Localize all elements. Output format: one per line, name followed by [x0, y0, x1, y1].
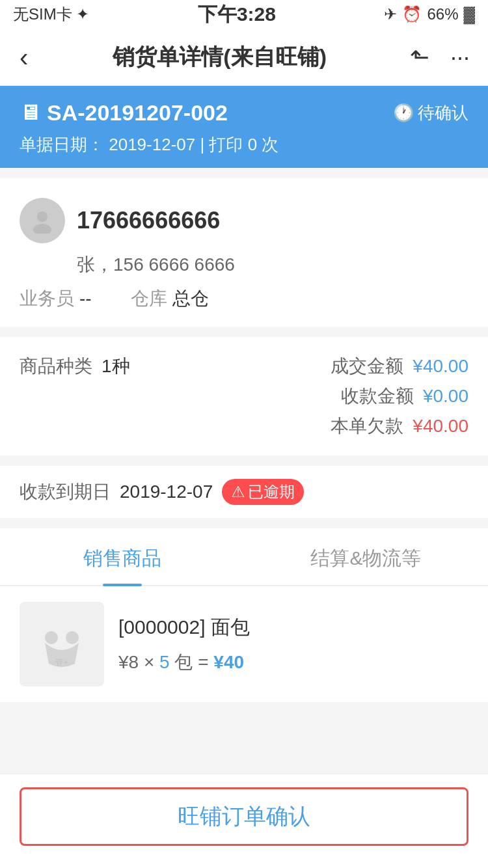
order-id: 🖥 SA-20191207-002	[20, 100, 228, 126]
overdue-badge: ⚠ 已逾期	[222, 479, 304, 505]
summary-right: 成交金额 ¥40.00 收款金额 ¥0.00 本单欠款 ¥40.00	[331, 354, 468, 439]
product-title: 面包	[211, 616, 250, 638]
warehouse-label: 仓库	[131, 286, 167, 311]
page-title: 销货单详情(来自旺铺)	[34, 42, 405, 72]
amount-label-2: 本单欠款	[331, 414, 403, 439]
product-thumbnail: 管+	[20, 602, 104, 686]
tab-sales-products[interactable]: 销售商品	[0, 528, 244, 585]
type-value: 1种	[102, 354, 130, 379]
amount-label-1: 收款金额	[341, 384, 414, 409]
multiply-sign: ×	[144, 652, 159, 672]
amount-value-0: ¥40.00	[413, 356, 468, 377]
confirm-order-button[interactable]: 旺铺订单确认	[20, 787, 468, 846]
order-icon: 🖥	[20, 101, 40, 125]
due-section: 收款到期日 2019-12-07 ⚠ 已逾期	[0, 466, 488, 518]
order-status-text: 待确认	[418, 102, 468, 124]
print-info: | 打印 0 次	[200, 135, 278, 154]
svg-point-1	[33, 224, 51, 234]
summary-section: 商品种类 1种 成交金额 ¥40.00 收款金额 ¥0.00 本单欠款 ¥40.…	[0, 337, 488, 455]
product-qty: 5	[159, 652, 170, 672]
tabs-row: 销售商品 结算&物流等	[0, 528, 488, 586]
amount-row-0: 成交金额 ¥40.00	[331, 354, 468, 379]
salesperson-label: 业务员	[20, 286, 74, 311]
salesperson-value: --	[79, 288, 92, 309]
nav-bar: ‹ 销货单详情(来自旺铺) ⬑ ···	[0, 29, 488, 86]
battery-icon: ▓	[464, 5, 476, 23]
amount-row-2: 本单欠款 ¥40.00	[331, 414, 468, 439]
product-name: [0000002] 面包	[118, 614, 468, 641]
avatar	[20, 198, 65, 243]
status-bar-time: 下午3:28	[198, 1, 276, 28]
product-info: [0000002] 面包 ¥8 × 5 包 = ¥40	[118, 614, 468, 675]
due-date: 2019-12-07	[120, 481, 213, 502]
product-section: 管+ [0000002] 面包 ¥8 × 5 包 = ¥40	[0, 586, 488, 702]
status-bar-left: 无SIM卡 ✦	[13, 4, 89, 25]
tabs-section: 销售商品 结算&物流等 管+ [0000002] 面包	[0, 528, 488, 702]
customer-section: 17666666666 张，156 6666 6666 业务员 -- 仓库 总仓	[0, 178, 488, 327]
date-value: 2019-12-07	[109, 135, 195, 154]
svg-point-2	[45, 631, 58, 644]
svg-point-0	[37, 211, 47, 222]
alarm-icon: ⏰	[402, 5, 422, 23]
order-status: 🕐 待确认	[393, 102, 468, 124]
product-code: [0000002]	[118, 616, 205, 638]
price-value: ¥8	[118, 652, 139, 672]
product-total: ¥40	[213, 652, 244, 672]
customer-name: 张，156 6666 6666	[20, 252, 468, 277]
warehouse-item: 仓库 总仓	[131, 286, 209, 311]
back-button[interactable]: ‹	[13, 38, 34, 77]
product-unit: 包	[174, 652, 193, 672]
nav-actions: ⬑ ···	[405, 41, 475, 74]
status-bar: 无SIM卡 ✦ 下午3:28 ✈ ⏰ 66% ▓	[0, 0, 488, 29]
order-header: 🖥 SA-20191207-002 🕐 待确认 单据日期： 2019-12-07…	[0, 86, 488, 168]
location-icon: ✈	[384, 5, 397, 23]
share-button[interactable]: ⬑	[405, 41, 435, 74]
type-label: 商品种类	[20, 354, 92, 379]
warning-icon: ⚠	[231, 483, 245, 501]
order-date: 单据日期： 2019-12-07 | 打印 0 次	[20, 133, 468, 156]
product-price: ¥8 × 5 包 = ¥40	[118, 650, 468, 675]
due-label: 收款到期日	[20, 480, 111, 504]
tab-settlement-logistics[interactable]: 结算&物流等	[244, 528, 488, 585]
amount-label-0: 成交金额	[331, 354, 403, 379]
battery-text: 66%	[427, 5, 458, 23]
svg-text:管+: 管+	[55, 658, 68, 667]
customer-meta: 业务员 -- 仓库 总仓	[20, 286, 468, 311]
warehouse-value: 总仓	[172, 286, 209, 311]
overdue-text: 已逾期	[248, 481, 295, 502]
summary-left: 商品种类 1种	[20, 354, 331, 379]
order-id-text: SA-20191207-002	[47, 100, 228, 126]
more-button[interactable]: ···	[445, 41, 475, 74]
svg-point-3	[66, 631, 79, 644]
sim-wifi-text: 无SIM卡 ✦	[13, 4, 89, 25]
bottom-bar: 旺铺订单确认	[0, 774, 488, 868]
amount-value-2: ¥40.00	[413, 416, 468, 437]
equals-sign: =	[198, 652, 213, 672]
customer-phone: 17666666666	[77, 207, 220, 234]
status-bar-right: ✈ ⏰ 66% ▓	[384, 5, 475, 23]
date-label: 单据日期：	[20, 135, 104, 154]
amount-row-1: 收款金额 ¥0.00	[341, 384, 468, 409]
product-item: 管+ [0000002] 面包 ¥8 × 5 包 = ¥40	[20, 602, 468, 686]
amount-value-1: ¥0.00	[423, 386, 468, 407]
clock-icon: 🕐	[393, 103, 414, 123]
salesperson-item: 业务员 --	[20, 286, 92, 311]
